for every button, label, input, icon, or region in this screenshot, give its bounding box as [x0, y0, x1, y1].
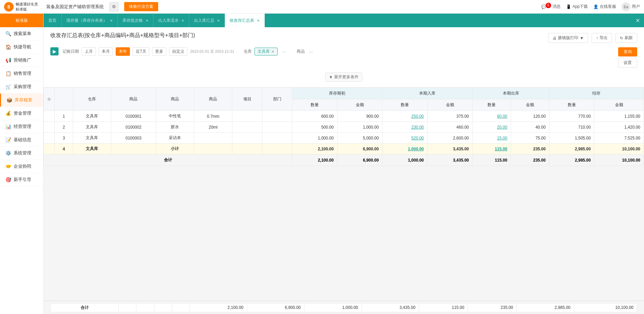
- tab-recv-send-summary-label: 收发存汇总表: [230, 18, 254, 23]
- period-in-qty-link[interactable]: 520.00: [411, 136, 424, 141]
- tab-stock-dist[interactable]: 现存量（库存分布表） ✕: [62, 14, 118, 27]
- export-button[interactable]: ↑ 导出: [592, 33, 612, 43]
- footer-sum-label: 合计: [51, 303, 119, 312]
- logo-area: 6 畅捷通好生意 标准版: [4, 2, 38, 12]
- th-warehouse: 仓库: [73, 88, 111, 111]
- table-gear-icon[interactable]: ⚙: [47, 97, 51, 102]
- project: [232, 111, 262, 122]
- expand-more-label: 展开更多条件: [334, 74, 359, 80]
- period-out-qty-link[interactable]: 20.00: [497, 125, 507, 130]
- period-out-qty-link[interactable]: 80.00: [497, 114, 507, 119]
- purchase-icon: 🛒: [5, 84, 11, 89]
- balance-amt: 7,525.00: [594, 133, 644, 144]
- date-option-prev-month[interactable]: 上月: [82, 47, 96, 56]
- goods-name: 小计: [156, 144, 194, 154]
- footer-balance-amt: 10,100.00: [594, 154, 644, 166]
- expand-icon: ▼: [329, 75, 333, 80]
- logo-icon: 6: [4, 2, 14, 12]
- date-option-this-year[interactable]: 本年: [116, 47, 130, 56]
- period-out-qty: 80.00: [473, 111, 511, 122]
- date-option-more[interactable]: 更多: [152, 47, 166, 56]
- goods-more-button[interactable]: ···: [308, 49, 314, 54]
- logo-number: 6: [7, 4, 10, 10]
- sidebar-item-base[interactable]: 📝 基础信息: [0, 133, 43, 147]
- sidebar-item-finance[interactable]: 💰 资金管理: [0, 107, 43, 120]
- refresh-button[interactable]: ↻ 刷新: [615, 33, 637, 43]
- page-content: 收发存汇总表(按仓库+商品编码+商品+规格型号+项目+部门) 🖨 拨镜版打印 ▼…: [44, 27, 644, 300]
- top-bar-left: 6 畅捷通好生意 标准版 装备及固定资产辅助管理系统 ⚙ 体验行业方案: [4, 2, 158, 12]
- footer-period-start-amt: 6,900.00: [337, 154, 382, 166]
- sidebar-item-marketing[interactable]: 📢 营销推广: [0, 54, 43, 67]
- sidebar-item-search-label: 搜索菜单: [14, 31, 31, 37]
- settings-button[interactable]: 设置: [618, 58, 637, 68]
- th-balance-qty: 数量: [549, 99, 594, 111]
- table-container: ⚙ 仓库 商品 商品 商品 项目 部门 库存期初: [44, 87, 644, 166]
- user-item[interactable]: Ea 用户: [622, 2, 640, 11]
- period-in-qty-link[interactable]: 1,000.00: [408, 147, 424, 151]
- goods-spec: [194, 144, 232, 154]
- goods-code: [111, 144, 156, 154]
- warehouse: 文具库: [73, 133, 111, 144]
- sidebar-item-quick-nav[interactable]: 🏠 快捷导航: [0, 40, 43, 54]
- sidebar-item-search[interactable]: 🔍 搜索菜单: [0, 27, 43, 40]
- system-settings-button[interactable]: ⚙: [109, 2, 119, 12]
- tab-inout-summary-close[interactable]: ✕: [217, 19, 220, 22]
- experience-button[interactable]: 体验行业方案: [124, 2, 158, 11]
- table-footer: 合计 2,100.00 6,900.00 1,000.00 3,435.00 1…: [44, 154, 644, 166]
- tab-inout-summary-label: 出入库汇总: [194, 18, 214, 23]
- tab-inout-summary[interactable]: 出入库汇总 ✕: [189, 14, 225, 27]
- row-no: 4: [55, 144, 73, 154]
- print-button[interactable]: 🖨 拨镜版打印 ▼: [548, 33, 588, 43]
- date-option-this-month[interactable]: 本月: [99, 47, 113, 56]
- period-start-qty: 2,100.00: [292, 144, 337, 154]
- sidebar-item-inventory[interactable]: 📦 库存核算: [0, 94, 43, 107]
- footer-summary-table: 合计 2,100.00 6,900.00 1,000.00 3,435.00 1…: [50, 303, 637, 312]
- goods-code: 0100001: [111, 111, 156, 122]
- expand-more-conditions-button[interactable]: ▼ 展开更多条件: [325, 72, 363, 82]
- query-button[interactable]: 查询: [618, 47, 637, 56]
- sidebar-item-sales[interactable]: 📋 销售管理: [0, 67, 43, 80]
- tab-batch[interactable]: 库存批次账 ✕: [118, 14, 153, 27]
- th-balance-amt: 金额: [594, 99, 644, 111]
- tab-batch-close[interactable]: ✕: [146, 19, 148, 22]
- goods-spec: 20ml: [194, 122, 232, 133]
- tab-stock-dist-close[interactable]: ✕: [110, 19, 113, 22]
- date-range-display: 2023-01-01 至 2023-12-31: [190, 49, 234, 54]
- period-out-qty-link[interactable]: 15.00: [497, 136, 507, 141]
- goods-code: 0100003: [111, 133, 156, 144]
- period-out-qty-link[interactable]: 115.00: [495, 147, 507, 151]
- period-out-qty: 20.00: [473, 122, 511, 133]
- sidebar-item-business[interactable]: 📊 经营管理: [0, 120, 43, 133]
- filter-right-actions: 查询 设置: [618, 47, 637, 68]
- th-period-in: 本期入库: [382, 88, 473, 99]
- tab-inout-flow-close[interactable]: ✕: [181, 19, 184, 22]
- project: [232, 122, 262, 133]
- message-item[interactable]: 💬 6 消息: [541, 4, 561, 10]
- tab-home[interactable]: 首页: [44, 14, 62, 27]
- user-label: 用户: [632, 4, 640, 10]
- department: [262, 122, 292, 133]
- tab-bar-close-button[interactable]: ✕: [631, 17, 644, 24]
- top-bar: 6 畅捷通好生意 标准版 装备及固定资产辅助管理系统 ⚙ 体验行业方案 💬 6 …: [0, 0, 644, 14]
- sidebar-item-system[interactable]: ⚙️ 系统管理: [0, 147, 43, 160]
- sidebar-item-purchase[interactable]: 🛒 采购管理: [0, 80, 43, 94]
- date-option-custom[interactable]: 自定义: [169, 47, 187, 56]
- date-option-7days[interactable]: 近7天: [133, 47, 149, 56]
- tab-recv-send-summary-close[interactable]: ✕: [257, 19, 260, 22]
- sidebar-item-business-label: 经营管理: [14, 123, 31, 130]
- tab-inout-flow[interactable]: 出入库流水 ✕: [153, 14, 189, 27]
- tab-recv-send-summary[interactable]: 收发存汇总表 ✕: [225, 14, 265, 27]
- app-download-item[interactable]: 📱 App下载: [566, 4, 588, 10]
- expand-filter-button[interactable]: ▶: [50, 47, 59, 55]
- cell: [44, 144, 55, 154]
- balance-amt: 10,100.00: [594, 144, 644, 154]
- warehouse-more-button[interactable]: ···: [280, 49, 287, 54]
- th-period-start-amt: 金额: [337, 99, 382, 111]
- sidebar-item-enterprise[interactable]: 🤝 企业协同: [0, 160, 43, 173]
- period-in-qty-link[interactable]: 250.00: [411, 114, 424, 119]
- online-service-item[interactable]: 👤 在线客服: [593, 4, 616, 10]
- th-balance: 结存: [549, 88, 644, 99]
- sidebar-item-guide[interactable]: 🎯 新手引导: [0, 173, 43, 186]
- period-in-qty-link[interactable]: 230.00: [411, 125, 424, 130]
- warehouse-tag-close[interactable]: ✕: [271, 49, 275, 54]
